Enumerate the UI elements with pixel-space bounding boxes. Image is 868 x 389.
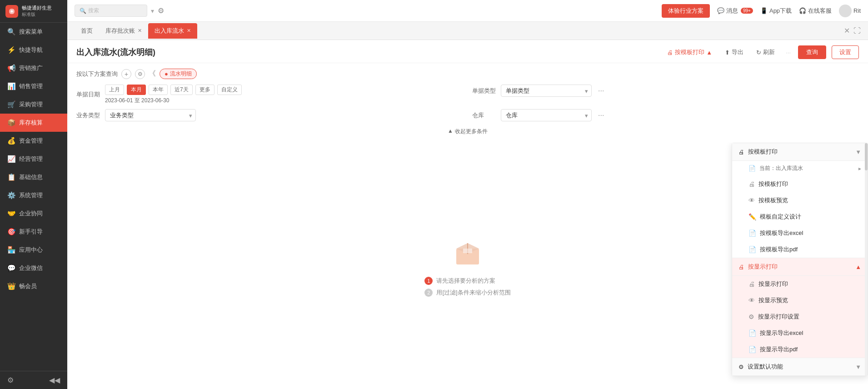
display-print-header-label: 按显示打印 bbox=[748, 263, 778, 271]
refresh-button[interactable]: ↻ 刷新 bbox=[753, 46, 778, 58]
window-buttons: ✕ ⛶ bbox=[844, 26, 861, 35]
topbar-dropdown-icon[interactable]: ▾ bbox=[151, 7, 154, 15]
sidebar-item-label: 经营管理 bbox=[19, 155, 43, 163]
display-print-section-header[interactable]: 🖨 按显示打印 ▲ bbox=[732, 258, 868, 276]
print-dropdown-icon: ▲ bbox=[706, 49, 712, 56]
sidebar-item-guide[interactable]: 🎯 新手引导 bbox=[0, 223, 67, 241]
display-print-item[interactable]: 🖨 按显示打印 bbox=[732, 276, 868, 292]
doctype-select[interactable]: 单据类型 bbox=[501, 85, 592, 97]
display-preview-item[interactable]: 👁 按显示预览 bbox=[732, 292, 868, 309]
sidebar-item-label: 采购管理 bbox=[19, 100, 43, 109]
tab-batch-account[interactable]: 库存批次账 ✕ bbox=[99, 23, 148, 39]
sidebar-item-label: 销售管理 bbox=[19, 82, 43, 90]
sidebar-collapse-icon[interactable]: ◀◀ bbox=[49, 376, 60, 384]
sidebar-item-label: 资金管理 bbox=[19, 137, 43, 145]
tab-batch-close-icon[interactable]: ✕ bbox=[138, 28, 142, 34]
sidebar-item-collab[interactable]: 🤝 企业协同 bbox=[0, 204, 67, 223]
filter-add-button[interactable]: + bbox=[121, 69, 131, 79]
template-print-section-header[interactable]: 🖨 按模板打印 ▼ bbox=[732, 143, 868, 161]
template-export-pdf-label: 按模板导出pdf bbox=[760, 245, 798, 254]
collapse-icon: ▲ bbox=[448, 128, 453, 135]
sidebar-item-system[interactable]: ⚙️ 系统管理 bbox=[0, 186, 67, 204]
tab-home[interactable]: 首页 bbox=[75, 23, 99, 39]
more-options-icon[interactable]: ··· bbox=[786, 49, 791, 56]
maximize-window-icon[interactable]: ⛶ bbox=[853, 27, 861, 35]
display-export-pdf-item[interactable]: 📄 按显示导出pdf bbox=[732, 341, 868, 358]
template-print-section: 🖨 按模板打印 ▼ 📄 当前：出入库流水 ▸ 🖨 按模板打印 bbox=[732, 143, 868, 258]
date-btn-custom[interactable]: 自定义 bbox=[217, 85, 242, 95]
panel-scrollbar[interactable] bbox=[865, 143, 868, 376]
filter-tag[interactable]: ● 流水明细 bbox=[160, 69, 197, 79]
date-btn-last-month[interactable]: 上月 bbox=[105, 85, 124, 95]
sidebar-item-appstore[interactable]: 🏪 应用中心 bbox=[0, 241, 67, 259]
empty-state-icon bbox=[449, 235, 486, 271]
sidebar-item-operations[interactable]: 📈 经营管理 bbox=[0, 150, 67, 168]
filter-settings-button[interactable]: ⚙ bbox=[135, 69, 145, 79]
warehouse-more-icon[interactable]: ··· bbox=[595, 110, 607, 121]
tab-inventory-flow-label: 出入库流水 bbox=[155, 27, 184, 35]
set-button[interactable]: 设置 bbox=[832, 45, 859, 59]
sidebar-item-quick-nav[interactable]: ⚡ 快捷导航 bbox=[0, 41, 67, 59]
sidebar-logo: 畅捷通好生意 标准版 bbox=[0, 0, 67, 23]
collab-icon: 🤝 bbox=[7, 209, 15, 218]
settings-gear-icon[interactable]: ⚙ bbox=[7, 376, 14, 384]
doctype-more-icon[interactable]: ··· bbox=[595, 85, 607, 97]
topbar-settings-icon[interactable]: ⚙ bbox=[158, 6, 164, 15]
biztype-select[interactable]: 业务类型 bbox=[105, 109, 196, 121]
online-service-button[interactable]: 🎧 在线客服 bbox=[799, 7, 832, 15]
date-btn-7days[interactable]: 近7天 bbox=[170, 85, 193, 95]
template-print-item-label: 按模板打印 bbox=[758, 180, 788, 188]
display-print-settings-item[interactable]: ⚙ 按显示打印设置 bbox=[732, 309, 868, 325]
filter-area: 按以下方案查询 + ⚙ 《 ● 流水明细 单据日期 上月 本月 bbox=[67, 63, 868, 143]
filter-date-field: 单据日期 上月 本月 本年 近7天 更多 自定义 2023-06-01 至 20… bbox=[76, 85, 463, 105]
date-shortcuts-group: 上月 本月 本年 近7天 更多 自定义 2023-06-01 至 2023-06… bbox=[105, 85, 242, 105]
tab-inventory-flow[interactable]: 出入库流水 ✕ bbox=[148, 23, 197, 39]
date-field-label: 单据日期 bbox=[76, 90, 101, 99]
template-export-excel-item[interactable]: 📄 按模板导出excel bbox=[732, 225, 868, 241]
sidebar-item-member[interactable]: 👑 畅会员 bbox=[0, 277, 67, 295]
date-btn-this-month[interactable]: 本月 bbox=[127, 85, 146, 95]
topbar-search[interactable]: 🔍 搜索 bbox=[75, 5, 147, 17]
sidebar-item-finance[interactable]: 💰 资金管理 bbox=[0, 132, 67, 150]
sidebar-item-sales[interactable]: 📊 销售管理 bbox=[0, 77, 67, 95]
sidebar-item-marketing[interactable]: 📢 营销推广 bbox=[0, 59, 67, 77]
app-name: 畅捷通好生意 bbox=[22, 5, 52, 11]
close-window-icon[interactable]: ✕ bbox=[844, 26, 850, 35]
template-print-item[interactable]: 🖨 按模板打印 bbox=[732, 176, 868, 192]
template-current-label: 当前：出入库流水 bbox=[759, 165, 803, 172]
messages-button[interactable]: 💬 消息 99+ bbox=[717, 7, 753, 15]
tab-home-label: 首页 bbox=[81, 27, 93, 35]
date-btn-this-year[interactable]: 本年 bbox=[149, 85, 168, 95]
export-button[interactable]: ⬆ 导出 bbox=[721, 46, 747, 58]
warehouse-select[interactable]: 仓库 bbox=[501, 109, 592, 121]
tab-batch-account-label: 库存批次账 bbox=[105, 27, 135, 35]
template-customize-item[interactable]: ✏️ 模板自定义设计 bbox=[732, 209, 868, 225]
header-actions: 🖨 按模板打印 ▲ ⬆ 导出 ↻ 刷新 ··· 查询 设置 bbox=[663, 45, 859, 59]
content-area: 1 请先选择要分析的方案 2 用[过滤]条件来缩小分析范围 🖨 bbox=[67, 143, 868, 389]
empty-step-2: 2 用[过滤]条件来缩小分析范围 bbox=[424, 289, 510, 297]
print-template-button[interactable]: 🖨 按模板打印 ▲ bbox=[663, 46, 716, 58]
collapse-row[interactable]: ▲ 收起更多条件 bbox=[76, 126, 859, 137]
tab-inventory-close-icon[interactable]: ✕ bbox=[187, 28, 191, 34]
sidebar-item-inventory[interactable]: 📦 库存核算 bbox=[0, 114, 67, 132]
app-download-button[interactable]: 📱 App下载 bbox=[760, 7, 792, 15]
sidebar-item-wechat[interactable]: 💬 企业微信 bbox=[0, 259, 67, 277]
sidebar-item-label: 基础信息 bbox=[19, 173, 43, 181]
filter-collapse-button[interactable]: 《 bbox=[149, 69, 156, 79]
sidebar-nav: 🔍 搜索菜单 ⚡ 快捷导航 📢 营销推广 📊 销售管理 🛒 采购管理 📦 库存核… bbox=[0, 23, 67, 371]
user-avatar[interactable]: Rit bbox=[839, 5, 861, 17]
query-button[interactable]: 查询 bbox=[798, 45, 826, 59]
refresh-icon: ↻ bbox=[756, 49, 761, 56]
template-current-item: 📄 当前：出入库流水 ▸ bbox=[732, 161, 868, 176]
display-export-excel-item[interactable]: 📄 按显示导出excel bbox=[732, 325, 868, 341]
download-icon: 📱 bbox=[760, 7, 768, 14]
date-btn-more[interactable]: 更多 bbox=[195, 85, 215, 95]
industry-solution-button[interactable]: 体验行业方案 bbox=[662, 4, 710, 18]
template-export-pdf-item[interactable]: 📄 按模板导出pdf bbox=[732, 241, 868, 258]
template-preview-item[interactable]: 👁 按模板预览 bbox=[732, 192, 868, 209]
sidebar-item-search[interactable]: 🔍 搜索菜单 bbox=[0, 23, 67, 41]
sidebar-item-purchase[interactable]: 🛒 采购管理 bbox=[0, 95, 67, 114]
default-section-header[interactable]: ⚙ 设置默认功能 ▼ bbox=[732, 358, 868, 376]
display-print-settings-label: 按显示打印设置 bbox=[758, 313, 799, 321]
sidebar-item-basic[interactable]: 📋 基础信息 bbox=[0, 168, 67, 186]
